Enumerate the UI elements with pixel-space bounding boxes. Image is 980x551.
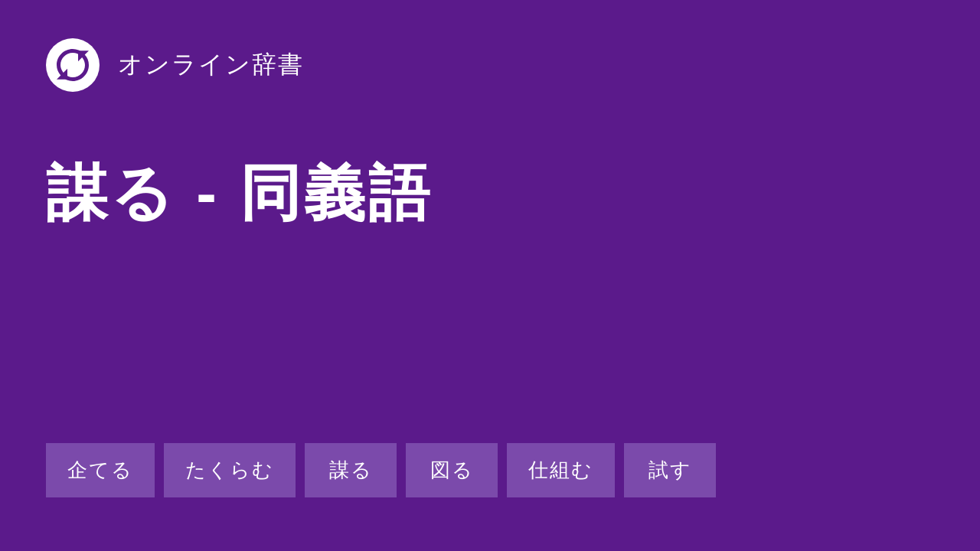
synonym-button-1[interactable]: 企てる xyxy=(46,443,155,497)
refresh-icon xyxy=(46,38,100,92)
synonym-button-6[interactable]: 試す xyxy=(624,443,716,497)
svg-point-0 xyxy=(46,38,100,92)
header: オンライン辞書 xyxy=(46,38,934,92)
synonym-button-2[interactable]: たくらむ xyxy=(164,443,296,497)
synonym-button-5[interactable]: 仕組む xyxy=(507,443,615,497)
synonym-button-4[interactable]: 図る xyxy=(406,443,498,497)
synonyms-list: 企てる たくらむ 謀る 図る 仕組む 試す xyxy=(46,443,934,513)
app-title: オンライン辞書 xyxy=(118,48,304,82)
synonym-button-3[interactable]: 謀る xyxy=(305,443,397,497)
main-container: オンライン辞書 謀る - 同義語 企てる たくらむ 謀る 図る 仕組む 試す xyxy=(0,0,980,551)
page-title: 謀る - 同義語 xyxy=(46,138,934,236)
